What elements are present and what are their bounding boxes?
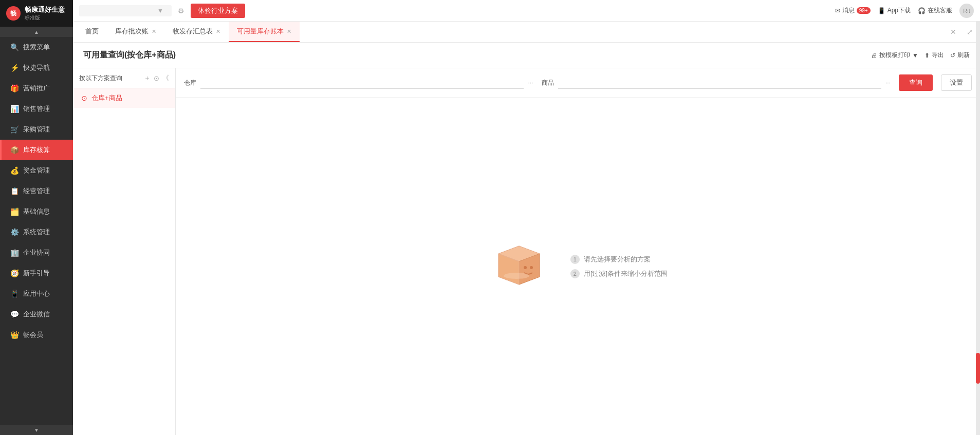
- online-service-btn[interactable]: 🎧 在线客服: [918, 6, 952, 15]
- sidebar-item-inventory[interactable]: 📦 库存核算: [0, 140, 73, 160]
- sidebar-item-operation[interactable]: 📋 经营管理: [0, 181, 73, 201]
- right-scrollbar-track[interactable]: [976, 22, 980, 435]
- sidebar-item-system-label: 系统管理: [23, 228, 50, 237]
- tip-number-1: 1: [570, 255, 580, 264]
- tab-available-ledger-label: 可用量库存账本: [237, 27, 284, 36]
- message-btn[interactable]: ✉ 消息 99+: [835, 6, 871, 15]
- sidebar-item-search[interactable]: 🔍 搜索菜单: [0, 37, 73, 58]
- goods-input[interactable]: [558, 77, 881, 89]
- empty-box-svg: [488, 236, 550, 297]
- right-scrollbar-thumb[interactable]: [976, 353, 980, 384]
- sidebar-item-operation-label: 经营管理: [23, 186, 50, 196]
- main-area: ▼ ⚙ 体验行业方案 ✉ 消息 99+ 📱 App下载 🎧 在线客服 Rit: [73, 0, 980, 435]
- inventory-icon: 📦: [10, 145, 19, 155]
- filter-panel-header-label: 按以下方案查询: [79, 74, 122, 83]
- warehouse-input[interactable]: [200, 77, 524, 89]
- sidebar-item-app-center[interactable]: 📱 应用中心: [0, 283, 73, 304]
- search-input[interactable]: [83, 7, 155, 14]
- tab-close-btn[interactable]: ✕: [947, 26, 959, 38]
- warehouse-label: 仓库: [184, 79, 196, 87]
- sidebar-item-marketing-label: 营销推广: [23, 84, 50, 93]
- page-title: 可用量查询(按仓库+商品): [83, 50, 176, 61]
- app-center-icon: 📱: [10, 289, 19, 298]
- filter-panel: 按以下方案查询 ＋ ⊙ 《 ⊙ 仓库+商品: [73, 68, 176, 435]
- sidebar-item-quicknav[interactable]: ⚡ 快捷导航: [0, 58, 73, 78]
- online-service-label: 在线客服: [928, 6, 952, 15]
- sidebar-item-basic-info-label: 基础信息: [23, 207, 50, 216]
- sidebar-scroll-down[interactable]: ▼: [0, 425, 73, 435]
- phone-icon: 📱: [878, 7, 885, 14]
- sidebar-item-finance-label: 资金管理: [23, 166, 50, 175]
- svg-point-4: [524, 266, 527, 269]
- filter-row: 仓库 ··· 商品 ··· 查询 设置: [176, 68, 980, 98]
- app-download-btn[interactable]: 📱 App下载: [878, 6, 911, 15]
- filter-settings-btn[interactable]: ⊙: [154, 73, 159, 83]
- empty-tips: 1 请先选择要分析的方案 2 用[过滤]条件来缩小分析范围: [570, 255, 668, 278]
- app-download-label: App下载: [887, 6, 911, 15]
- topbar-search-area[interactable]: ▼: [79, 5, 172, 16]
- query-button[interactable]: 查询: [899, 74, 933, 91]
- search-dropdown-btn[interactable]: ▼: [157, 7, 163, 14]
- user-name: Rit: [963, 8, 970, 14]
- refresh-btn[interactable]: ↺ 刷新: [950, 51, 970, 60]
- page-header-actions: 🖨 按模板打印 ▼ ⬆ 导出 ↺ 刷新: [871, 51, 970, 60]
- tab-home[interactable]: 首页: [77, 22, 107, 42]
- filter-item-warehouse-goods[interactable]: ⊙ 仓库+商品: [73, 88, 175, 108]
- goods-more-btn[interactable]: ···: [885, 79, 891, 86]
- sidebar-item-system[interactable]: ⚙️ 系统管理: [0, 222, 73, 242]
- print-template-btn[interactable]: 🖨 按模板打印 ▼: [871, 51, 918, 60]
- basic-info-icon: 🗂️: [10, 207, 19, 216]
- sidebar-item-sales-label: 销售管理: [23, 104, 50, 114]
- sidebar-item-inventory-label: 库存核算: [23, 145, 50, 155]
- sidebar-item-enterprise-wechat[interactable]: 💬 企业微信: [0, 304, 73, 325]
- data-area: 仓库 ··· 商品 ··· 查询 设置: [176, 68, 980, 435]
- sidebar-scroll-up[interactable]: ▲: [0, 27, 73, 37]
- gear-btn[interactable]: ⚙: [176, 5, 187, 17]
- message-label: 消息: [842, 6, 855, 15]
- sidebar-item-newbie[interactable]: 🧭 新手引导: [0, 263, 73, 283]
- enterprise-collab-icon: 🏢: [10, 248, 19, 257]
- headset-icon: 🎧: [918, 7, 926, 14]
- marketing-icon: 🎁: [10, 84, 19, 93]
- sidebar-brand-name: 畅康通好生意: [25, 5, 65, 14]
- sidebar-item-sales[interactable]: 📊 销售管理: [0, 99, 73, 119]
- sidebar-item-basic-info[interactable]: 🗂️ 基础信息: [0, 201, 73, 222]
- warehouse-filter-field: 仓库 ···: [184, 77, 533, 89]
- sidebar-header: 畅 畅康通好生意 标准版: [0, 0, 73, 27]
- setting-button[interactable]: 设置: [941, 74, 972, 91]
- user-avatar-area[interactable]: Rit: [959, 4, 974, 18]
- print-icon: 🖨: [871, 52, 877, 59]
- tab-batch-ledger-close[interactable]: ✕: [152, 28, 156, 35]
- tab-receive-summary[interactable]: 收发存汇总表 ✕: [164, 22, 229, 42]
- sidebar: 畅 畅康通好生意 标准版 ▲ 🔍 搜索菜单 ⚡ 快捷导航 🎁 营销推广 📊 销售…: [0, 0, 73, 435]
- refresh-label: 刷新: [957, 51, 970, 60]
- tab-home-label: 首页: [85, 27, 99, 36]
- empty-tip-1-text: 请先选择要分析的方案: [584, 255, 651, 264]
- trial-btn[interactable]: 体验行业方案: [191, 4, 245, 18]
- tab-available-ledger[interactable]: 可用量库存账本 ✕: [229, 22, 300, 42]
- empty-tip-2-text: 用[过滤]条件来缩小分析范围: [584, 269, 668, 278]
- topbar-right: ✉ 消息 99+ 📱 App下载 🎧 在线客服 Rit: [835, 4, 974, 18]
- filter-collapse-btn[interactable]: 《: [162, 73, 169, 83]
- svg-point-5: [530, 266, 533, 269]
- tab-receive-summary-close[interactable]: ✕: [216, 28, 220, 35]
- sidebar-item-quicknav-label: 快捷导航: [23, 63, 50, 72]
- sidebar-item-purchase[interactable]: 🛒 采购管理: [0, 119, 73, 140]
- export-btn[interactable]: ⬆ 导出: [924, 51, 944, 60]
- print-dropdown-icon: ▼: [912, 52, 918, 59]
- tab-expand-btn[interactable]: ⤢: [964, 26, 976, 38]
- empty-state: 1 请先选择要分析的方案 2 用[过滤]条件来缩小分析范围: [176, 98, 980, 435]
- warehouse-more-btn[interactable]: ···: [528, 79, 533, 86]
- sidebar-item-finance[interactable]: 💰 资金管理: [0, 160, 73, 181]
- print-template-label: 按模板打印: [879, 51, 910, 60]
- sidebar-item-newbie-label: 新手引导: [23, 269, 50, 278]
- svg-point-6: [504, 273, 529, 279]
- tab-batch-ledger[interactable]: 库存批次账 ✕: [107, 22, 164, 42]
- sidebar-item-enterprise-collab[interactable]: 🏢 企业协同: [0, 242, 73, 263]
- sidebar-item-membership[interactable]: 👑 畅会员: [0, 325, 73, 345]
- filter-add-btn[interactable]: ＋: [144, 73, 151, 83]
- tab-available-ledger-close[interactable]: ✕: [287, 28, 291, 35]
- tab-batch-ledger-label: 库存批次账: [115, 27, 149, 36]
- sidebar-item-marketing[interactable]: 🎁 营销推广: [0, 78, 73, 99]
- page-content: 可用量查询(按仓库+商品) 🖨 按模板打印 ▼ ⬆ 导出 ↺ 刷新: [73, 43, 980, 435]
